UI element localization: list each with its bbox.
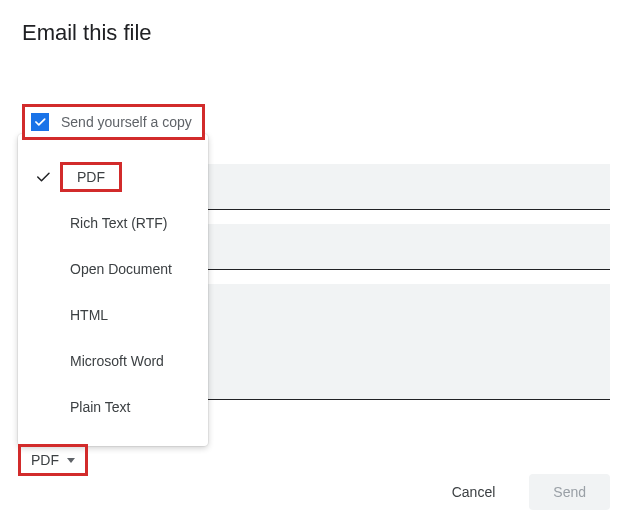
format-dropdown-menu: PDF Rich Text (RTF) Open Document HTML M… xyxy=(18,134,208,446)
send-yourself-copy-checkbox[interactable]: Send yourself a copy xyxy=(22,104,205,140)
send-button[interactable]: Send xyxy=(529,474,610,510)
menu-item-label: PDF xyxy=(77,169,105,185)
menu-item-plain-text[interactable]: Plain Text xyxy=(18,384,208,430)
menu-item-label: Plain Text xyxy=(70,399,130,415)
cancel-button[interactable]: Cancel xyxy=(428,474,520,510)
checkbox-label: Send yourself a copy xyxy=(61,114,192,130)
menu-item-label: Microsoft Word xyxy=(70,353,164,369)
menu-item-word[interactable]: Microsoft Word xyxy=(18,338,208,384)
menu-item-rtf[interactable]: Rich Text (RTF) xyxy=(18,200,208,246)
dialog-title: Email this file xyxy=(0,0,624,46)
menu-item-label: HTML xyxy=(70,307,108,323)
menu-item-label: Open Document xyxy=(70,261,172,277)
check-icon xyxy=(34,168,58,186)
checkbox-icon xyxy=(31,113,49,131)
menu-item-label: Rich Text (RTF) xyxy=(70,215,168,231)
format-selector-button[interactable]: PDF xyxy=(18,444,88,476)
format-selector-label: PDF xyxy=(31,452,59,468)
dropdown-arrow-icon xyxy=(67,458,75,463)
menu-item-open-document[interactable]: Open Document xyxy=(18,246,208,292)
menu-item-pdf[interactable]: PDF xyxy=(18,154,208,200)
menu-item-html[interactable]: HTML xyxy=(18,292,208,338)
